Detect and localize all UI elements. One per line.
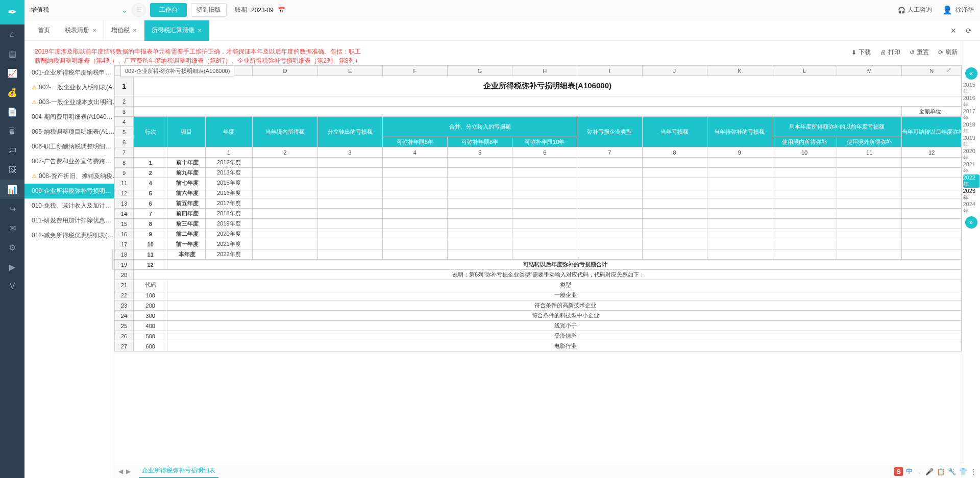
tree-item-8[interactable]: 009-企业所得税弥补亏损明… [24, 184, 114, 198]
cell[interactable]: 电影行业 [167, 341, 962, 351]
cell[interactable] [902, 229, 962, 239]
cell[interactable]: 2022年度 [205, 249, 253, 260]
cell[interactable]: 4 [382, 147, 447, 158]
ime-more-icon[interactable]: ⋮ [970, 468, 977, 475]
tree-item-7[interactable]: ⚠008-资产折旧、摊销及纳税… [24, 169, 114, 184]
cell[interactable]: 2 [253, 147, 317, 158]
close-icon[interactable]: ✕ [133, 28, 137, 33]
year-2020年[interactable]: 2020年 [963, 148, 979, 161]
cell[interactable] [447, 219, 512, 229]
cell[interactable] [577, 239, 642, 249]
cell[interactable] [447, 178, 512, 188]
cell[interactable]: 前二年度 [167, 229, 205, 239]
cell[interactable] [707, 168, 772, 178]
cell[interactable] [707, 219, 772, 229]
cell[interactable]: 一般企业 [167, 290, 962, 300]
cell[interactable] [512, 209, 577, 219]
row-header[interactable]: 25 [115, 321, 134, 331]
cell[interactable]: 400 [134, 321, 167, 331]
ime-skin-icon[interactable]: 👕 [959, 468, 967, 475]
ime-tool-icon[interactable]: 🔧 [948, 468, 956, 475]
cell[interactable] [642, 229, 707, 239]
cell[interactable]: 可弥补年限10年 [512, 137, 577, 147]
switch-old-button[interactable]: 切到旧版 [191, 3, 227, 17]
cell[interactable] [167, 147, 205, 158]
cell[interactable] [577, 158, 642, 168]
ime-logo-icon[interactable]: S [894, 467, 903, 476]
cell[interactable] [642, 198, 707, 209]
cell[interactable]: 本年度 [167, 249, 205, 260]
cell[interactable] [253, 178, 317, 188]
nav-export-icon[interactable]: ↪ [0, 199, 24, 218]
cell[interactable]: 使用境内所得弥补 [772, 137, 837, 147]
cell[interactable]: 8 [134, 219, 167, 229]
nav-copy-icon[interactable]: 📄 [0, 102, 24, 121]
tab-0[interactable]: 首页 [31, 20, 58, 41]
cell[interactable] [707, 239, 772, 249]
cell[interactable] [837, 239, 902, 249]
year-2016年[interactable]: 2016年 [963, 95, 979, 108]
year-2022年[interactable]: 2022年 [963, 174, 979, 188]
cell[interactable] [642, 158, 707, 168]
cell[interactable]: 企业所得税弥补亏损明细表(A106000) [134, 76, 962, 96]
col-header[interactable]: K [707, 66, 772, 76]
cell[interactable]: 当年境内所得额 [253, 117, 317, 147]
year-2017年[interactable]: 2017年 [963, 108, 979, 121]
cell[interactable]: 行次 [134, 117, 167, 147]
row-header[interactable]: 24 [115, 311, 134, 321]
cell[interactable]: 线宽小于 [167, 321, 962, 331]
row-header[interactable]: 3 [115, 107, 134, 117]
cell[interactable] [642, 178, 707, 188]
cell[interactable]: 7 [134, 209, 167, 219]
cell[interactable] [902, 249, 962, 260]
row-header[interactable]: 1 [115, 76, 134, 96]
row-header[interactable]: 5 [115, 127, 134, 137]
row-header[interactable]: 22 [115, 290, 134, 300]
cell[interactable]: 类型 [167, 280, 962, 290]
cell[interactable] [577, 178, 642, 188]
cell[interactable]: 可弥补年限5年 [382, 137, 447, 147]
period-value[interactable]: 2023-09 [251, 7, 274, 14]
cell[interactable] [317, 239, 382, 249]
cell[interactable] [577, 249, 642, 260]
sheet-nav[interactable]: ◀▶ [118, 468, 131, 475]
cell[interactable] [382, 209, 447, 219]
col-header[interactable]: F [382, 66, 447, 76]
cell[interactable]: 可结转以后年度弥补的亏损额合计 [167, 260, 962, 270]
cell[interactable]: 前三年度 [167, 219, 205, 229]
cell[interactable]: 使用境外所得弥补 [837, 137, 902, 147]
cell[interactable] [707, 229, 772, 239]
cell[interactable]: 符合条件的高新技术企业 [167, 300, 962, 311]
cell[interactable] [512, 249, 577, 260]
cell[interactable] [317, 158, 382, 168]
year-up-button[interactable]: « [965, 67, 977, 80]
cell[interactable]: 用本年度所得额弥补的以前年度亏损额 [772, 117, 901, 137]
cell[interactable] [772, 158, 837, 168]
tree-item-5[interactable]: 006-职工薪酬纳税调整明细… [24, 139, 114, 154]
cell[interactable]: 2019年度 [205, 219, 253, 229]
cell[interactable]: 9 [707, 147, 772, 158]
cell[interactable] [577, 188, 642, 198]
cell[interactable]: 3 [317, 147, 382, 158]
nav-chart-icon[interactable]: 📈 [0, 63, 24, 83]
row-header[interactable]: 17 [115, 239, 134, 249]
cell[interactable]: 5 [447, 147, 512, 158]
cell[interactable] [772, 219, 837, 229]
cell[interactable]: 2021年度 [205, 239, 253, 249]
tab-1[interactable]: 税表清册✕ [58, 20, 104, 41]
cell[interactable] [577, 219, 642, 229]
cell[interactable] [837, 158, 902, 168]
cell[interactable] [134, 107, 902, 117]
nav-v-icon[interactable]: V [0, 276, 24, 296]
row-header[interactable]: 15 [115, 219, 134, 229]
cell[interactable]: 6 [134, 198, 167, 209]
cell[interactable] [317, 219, 382, 229]
cell[interactable]: 2018年度 [205, 209, 253, 219]
cell[interactable] [317, 178, 382, 188]
cell[interactable]: 可弥补年限8年 [447, 137, 512, 147]
cell[interactable]: 前九年度 [167, 168, 205, 178]
cell[interactable]: 2020年度 [205, 229, 253, 239]
cell[interactable] [447, 168, 512, 178]
tree-item-11[interactable]: 012-减免所得税优惠明细表(… [24, 228, 114, 243]
cell[interactable]: 12 [902, 147, 962, 158]
